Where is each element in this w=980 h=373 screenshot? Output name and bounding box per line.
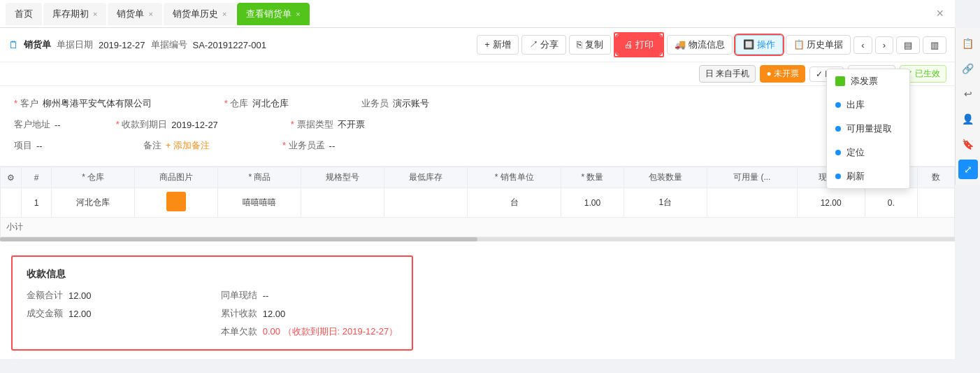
share-button[interactable]: ↗ 分享 — [521, 35, 567, 55]
tab-bar: 首页 库存期初 × 销货单 × 销货单历史 × 查看销货单 × × — [0, 0, 955, 28]
staff-label: 业务员 — [361, 97, 389, 110]
outbound-label: 出库 — [846, 99, 865, 111]
outbound-item[interactable]: 出库 — [827, 93, 909, 117]
transaction-amount-value: 12.00 — [69, 309, 92, 319]
tab-view-sales-close[interactable]: × — [296, 10, 300, 18]
transaction-amount-label: 成交金额 — [27, 307, 63, 320]
th-more: 数 — [917, 167, 954, 188]
doc-icon: 🗒 — [8, 39, 18, 50]
amount-total-row: 金额合计 12.00 — [27, 289, 204, 302]
locate-item[interactable]: 定位 — [827, 141, 909, 164]
sidebar-icon-link[interactable]: 🔗 — [958, 59, 978, 78]
tab-sales-order[interactable]: 销货单 × — [108, 3, 161, 25]
same-order-value: -- — [263, 290, 269, 301]
form-row-2: 客户地址 -- 收款到期日 2019-12-27 票据类型 不开票 — [14, 118, 941, 131]
tab-sales-history[interactable]: 销货单历史 × — [164, 3, 236, 25]
remark-field: 备注 + 添加备注 — [143, 139, 210, 152]
copy-button[interactable]: ⎘ 复制 — [569, 35, 611, 55]
customer-field: 客户 柳州粤港平安气体有限公司 — [14, 97, 152, 110]
td-spec — [301, 188, 384, 218]
quantity-extract-item[interactable]: 可用量提取 — [827, 117, 909, 141]
table-header-row: ⚙ # * 仓库 商品图片 * 商品 规格型号 最低库存 * 销售单位 * 数量… — [1, 167, 955, 188]
tab-inventory-init-close[interactable]: × — [93, 10, 97, 18]
th-gear: ⚙ — [1, 167, 22, 188]
sidebar-icon-bookmark[interactable]: 🔖 — [958, 134, 978, 154]
tab-sales-order-label: 销货单 — [117, 8, 144, 20]
tab-sales-order-close[interactable]: × — [148, 10, 152, 18]
same-order-label: 同单现结 — [221, 289, 257, 302]
tab-sales-history-close[interactable]: × — [222, 10, 226, 18]
ticket-type-value: 不开票 — [338, 118, 365, 131]
payment-section: 收款信息 金额合计 12.00 同单现结 -- 成交金额 12.00 累计收款 … — [11, 255, 413, 351]
same-order-row: 同单现结 -- — [221, 289, 398, 302]
warehouse-value: 河北仓库 — [252, 97, 289, 110]
customer-label: 客户 — [14, 97, 38, 110]
secondary-toolbar: 日 来自手机 ● 未开票 ✓ E... ✓ 已核销 ✓ 已生效 — [0, 62, 955, 86]
form-row-1: 客户 柳州粤港平安气体有限公司 仓库 河北仓库 业务员 演示账号 — [14, 97, 941, 110]
locate-label: 定位 — [846, 146, 865, 159]
warehouse-label: 仓库 — [224, 97, 249, 110]
subtotal-row: 小计 — [1, 218, 955, 237]
window-close-button[interactable]: × — [930, 6, 949, 21]
td-product: 嘻嘻嘻嘻 — [218, 188, 301, 218]
horizontal-scrollbar[interactable] — [0, 237, 955, 241]
ticket-type-field: 票据类型 不开票 — [291, 118, 365, 131]
tab-view-sales[interactable]: 查看销货单 × — [237, 3, 309, 25]
sidebar-icon-user[interactable]: 👤 — [958, 109, 978, 129]
tab-home-label: 首页 — [15, 8, 33, 20]
project-value: -- — [36, 141, 43, 151]
warehouse-field: 仓库 河北仓库 — [224, 97, 289, 110]
operations-button[interactable]: 🔲 操作 — [735, 35, 783, 55]
refresh-item[interactable]: 刷新 — [827, 164, 909, 188]
amount-total-label: 金额合计 — [27, 289, 63, 302]
transaction-amount-row: 成交金额 12.00 — [27, 307, 204, 320]
logistics-button[interactable]: 🚚 物流信息 — [667, 35, 733, 55]
td-warehouse: 河北仓库 — [52, 188, 135, 218]
not-opened-button[interactable]: ● 未开票 — [760, 65, 805, 83]
table-row: 1 河北仓库 嘻嘻嘻嘻 台 1.00 1台 12.00 0. — [1, 188, 955, 218]
th-num: # — [22, 167, 52, 188]
sidebar-icon-expand[interactable]: ⤢ — [958, 160, 978, 179]
refresh-icon — [835, 174, 841, 179]
add-invoice-item[interactable]: 添发票 — [827, 69, 909, 93]
grid-view1-button[interactable]: ▤ — [896, 36, 920, 54]
number-label: 单据编号 — [151, 38, 187, 51]
cumulative-receipt-label: 累计收款 — [221, 307, 257, 320]
from-phone-button[interactable]: 日 来自手机 — [699, 65, 756, 83]
td-sales-unit: 台 — [468, 188, 561, 218]
new-button[interactable]: + 新增 — [477, 35, 518, 55]
amount-total-value: 12.00 — [69, 290, 92, 301]
th-warehouse: * 仓库 — [52, 167, 135, 188]
cumulative-receipt-row: 累计收款 12.00 — [221, 307, 398, 320]
tab-home[interactable]: 首页 — [6, 3, 42, 25]
staff2-field: 业务员孟 -- — [282, 139, 335, 152]
quantity-extract-icon — [835, 126, 841, 132]
tab-inventory-init-label: 库存期初 — [52, 8, 89, 20]
print-button[interactable]: 🖨 打印 — [617, 35, 662, 55]
th-min-stock: 最低库存 — [384, 167, 468, 188]
th-spec: 规格型号 — [301, 167, 384, 188]
sidebar-icon-undo[interactable]: ↩ — [958, 84, 978, 104]
th-pack-qty: 包装数量 — [624, 167, 707, 188]
bottom-area: 收款信息 金额合计 12.00 同单现结 -- 成交金额 12.00 累计收款 … — [0, 241, 955, 359]
staff-value: 演示账号 — [393, 97, 429, 110]
address-label: 客户地址 — [14, 118, 50, 131]
product-table: ⚙ # * 仓库 商品图片 * 商品 规格型号 最低库存 * 销售单位 * 数量… — [0, 167, 955, 237]
payment-date-field: 收款到期日 2019-12-27 — [116, 118, 218, 131]
form-row-3: 项目 -- 备注 + 添加备注 业务员孟 -- — [14, 139, 941, 152]
locate-icon — [835, 150, 841, 155]
current-arrears-value: 0.00 （收款到期日: 2019-12-27） — [263, 325, 398, 338]
prev-button[interactable]: ‹ — [853, 36, 872, 54]
right-sidebar: 📋 🔗 ↩ 👤 🔖 ⤢ — [955, 28, 980, 185]
tab-sales-history-label: 销货单历史 — [173, 8, 218, 20]
print-highlight: 🖨 打印 — [614, 32, 665, 57]
current-arrears-label: 本单欠款 — [221, 325, 257, 338]
add-remark-button[interactable]: + 添加备注 — [166, 139, 210, 152]
history-button[interactable]: 📋 历史单据 — [786, 35, 851, 55]
td-num: 1 — [22, 188, 52, 218]
sidebar-icon-doc[interactable]: 📋 — [958, 34, 978, 53]
tab-inventory-init[interactable]: 库存期初 × — [43, 3, 106, 25]
next-button[interactable]: › — [875, 36, 893, 54]
number-value: SA-20191227-001 — [193, 40, 267, 50]
grid-view2-button[interactable]: ▥ — [923, 36, 946, 54]
